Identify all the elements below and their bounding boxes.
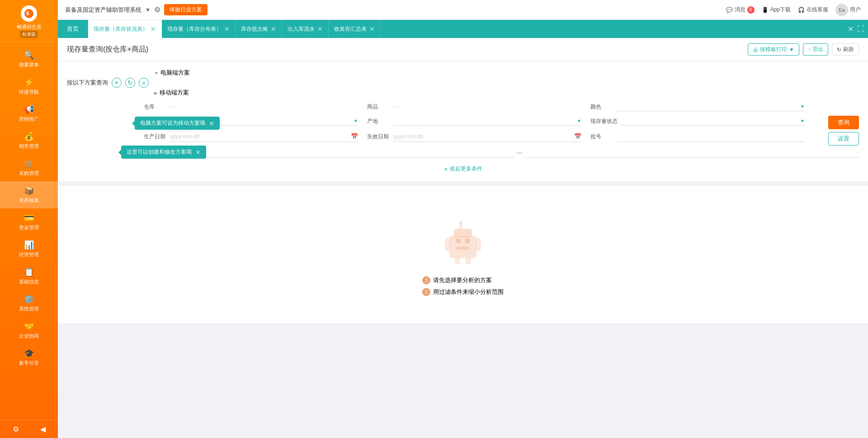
topbar-settings-icon[interactable]: ⚙: [154, 5, 160, 14]
message-btn[interactable]: 💬 消息 8: [726, 6, 755, 14]
collapse-row: ∧ 收起更多条件: [67, 161, 859, 174]
tab-close-in-out[interactable]: ✕: [317, 26, 323, 32]
search-btn[interactable]: 查询: [828, 116, 859, 129]
user-btn[interactable]: Ea 用户: [835, 4, 861, 16]
produce-date-input[interactable]: yyyy-mm-dd 📅: [170, 131, 358, 142]
logo-icon: 6: [21, 5, 37, 22]
stock-qty-max-input[interactable]: [524, 147, 859, 158]
tabs-fullscreen-btn[interactable]: ⛶: [857, 25, 864, 33]
product-dots[interactable]: ···: [393, 103, 401, 111]
mobile-scheme[interactable]: ▶ 移动端方案: [154, 89, 190, 97]
field-origin: 产地 ▼: [367, 117, 581, 126]
template-print-btn[interactable]: 🖨 按模板打印 ▼: [748, 43, 799, 56]
color-select[interactable]: ▼: [617, 102, 805, 111]
reset-btn[interactable]: 设置: [828, 132, 859, 146]
origin-select[interactable]: ▼: [393, 117, 581, 126]
stock-qty-min-input[interactable]: [180, 147, 515, 158]
export-btn[interactable]: ↑ 导出: [803, 43, 828, 56]
industry-btn[interactable]: 体验行业方案: [164, 4, 208, 15]
tab-close-inventory-dist[interactable]: ✕: [224, 26, 230, 32]
filter-row-1: 仓库 ··· 商品 ··· 颜色 ▼: [144, 102, 805, 111]
operations-icon: 📊: [24, 240, 34, 250]
batch-no-input[interactable]: [617, 132, 805, 142]
phone-icon: 📱: [762, 7, 769, 13]
tabs-close-all-btn[interactable]: ✕: [848, 25, 854, 33]
sidebar-settings-btn[interactable]: ⚙: [13, 425, 19, 433]
logo-text: 畅通好生意: [17, 24, 42, 30]
desktop-scheme-label: 电脑端方案: [160, 69, 190, 77]
filter-row-4: 现存量（主） —: [144, 147, 859, 158]
field-warehouse: 仓库 ···: [144, 102, 358, 111]
search-btn-panel: 查询 设置: [828, 116, 859, 146]
range-dash: —: [517, 149, 523, 156]
svg-point-12: [459, 221, 462, 225]
tab-inventory-batch[interactable]: 库存批次账 ✕: [236, 20, 282, 38]
sidebar-item-purchase[interactable]: 🛒 采购管理: [0, 154, 58, 181]
size-select-arrow: ▼: [354, 118, 358, 123]
filter-back-btn[interactable]: «: [139, 78, 149, 88]
filter-refresh-btn[interactable]: ↻: [125, 78, 135, 88]
topbar-right: 💬 消息 8 📱 App下载 🎧 在线客服 Ea 用户: [726, 4, 861, 16]
sidebar-collapse-btn[interactable]: ◀: [40, 425, 46, 433]
system-dropdown-icon[interactable]: ▼: [145, 7, 151, 13]
sidebar-item-sales[interactable]: 💰 销售管理: [0, 127, 58, 154]
sidebar-item-enterprise[interactable]: 🤝 企业协同: [0, 317, 58, 344]
tooltip-1-close[interactable]: ✕: [209, 120, 214, 127]
tabs-bar: 首页 现存量（库存状况表） ✕ 现存量（库存分布表） ✕ 库存批次账 ✕ 出入库…: [58, 20, 868, 38]
tab-close-inventory-status[interactable]: ✕: [151, 26, 156, 32]
logo-badge: 标准版: [20, 31, 38, 38]
tooltip-2-close[interactable]: ✕: [195, 149, 201, 156]
collapse-btn[interactable]: ∧ 收起更多条件: [444, 165, 482, 173]
sidebar-logo: 6 畅通好生意 标准版: [0, 0, 58, 42]
field-batch-no: 批号: [590, 131, 805, 142]
step-2-text: 用过滤条件来缩小分析范围: [433, 288, 504, 296]
guide-icon: 🎓: [24, 349, 34, 358]
sidebar-item-marketing[interactable]: 📢 营销推广: [0, 100, 58, 127]
step-2-num: 2: [422, 288, 430, 296]
expire-date-input[interactable]: yyyy-mm-dd 📅: [393, 131, 581, 142]
field-product: 商品 ···: [367, 102, 581, 111]
tab-inventory-status[interactable]: 现存量（库存状况表） ✕: [88, 20, 162, 38]
sidebar-item-guide[interactable]: 🎓 新手引导: [0, 344, 58, 371]
tab-close-collect[interactable]: ✕: [369, 26, 375, 32]
tab-close-inventory-batch[interactable]: ✕: [271, 26, 276, 32]
sidebar-item-quick-nav[interactable]: ⚡ 快捷导航: [0, 73, 58, 100]
sidebar-item-operations[interactable]: 📊 经营管理: [0, 235, 58, 263]
filter-fields-section: 仓库 ··· 商品 ··· 颜色 ▼: [144, 102, 859, 158]
sidebar-item-inventory[interactable]: 📦 库存核算: [0, 181, 58, 208]
empty-state: 1 请先选择要分析的方案 2 用过滤条件来缩小分析范围: [58, 186, 868, 323]
stock-status-select[interactable]: ▼: [621, 117, 805, 126]
sidebar-bottom: ⚙ ◀: [0, 420, 58, 438]
filter-header-row: 按以下方案查询 + ↻ « ▼ 电脑端方案 ▶ 移动端方案: [67, 69, 859, 97]
online-service-btn[interactable]: 🎧 在线客服: [798, 6, 828, 14]
sidebar-nav: 🔍 搜索菜单 ⚡ 快捷导航 📢 营销推广 💰 销售管理 🛒 采购管理 📦 库存核…: [0, 42, 58, 420]
tab-in-out-flow[interactable]: 出入库流水 ✕: [282, 20, 329, 38]
svg-rect-10: [466, 257, 471, 264]
system-icon: ⚙️: [24, 294, 34, 304]
sidebar-item-search-menu[interactable]: 🔍 搜索菜单: [0, 46, 58, 73]
sidebar-item-basic-info[interactable]: 📋 基础信息: [0, 263, 58, 290]
svg-rect-11: [460, 224, 462, 230]
inventory-icon: 📦: [24, 186, 34, 196]
sidebar-item-system[interactable]: ⚙️ 系统管理: [0, 290, 58, 317]
service-icon: 🎧: [798, 7, 805, 13]
tab-home[interactable]: 首页: [58, 20, 88, 38]
tab-collect-summary[interactable]: 收发存汇总表 ✕: [329, 20, 381, 38]
app-download-btn[interactable]: 📱 App下载: [762, 6, 791, 14]
filter-add-btn[interactable]: +: [112, 78, 122, 88]
warehouse-dots[interactable]: ···: [170, 103, 177, 111]
desktop-scheme[interactable]: ▼ 电脑端方案: [154, 69, 190, 77]
page-content: 现存量查询(按仓库+商品) 🖨 按模板打印 ▼ ↑ 导出 ↻ 刷新: [58, 38, 868, 438]
svg-point-4: [456, 238, 461, 244]
search-menu-icon: 🔍: [24, 50, 34, 60]
basic-info-icon: 📋: [24, 267, 34, 277]
field-produce-date: 生产日期 yyyy-mm-dd 📅: [144, 131, 358, 142]
sidebar-item-finance[interactable]: 💳 资金管理: [0, 208, 58, 235]
field-stock-status: 现存量状态 ▼: [590, 117, 805, 126]
refresh-btn[interactable]: ↻ 刷新: [832, 43, 859, 56]
tab-inventory-dist[interactable]: 现存量（库存分布表） ✕: [162, 20, 236, 38]
field-expire-date: 失效日期 yyyy-mm-dd 📅: [367, 131, 581, 142]
page-header: 现存量查询(按仓库+商品) 🖨 按模板打印 ▼ ↑ 导出 ↻ 刷新: [58, 38, 868, 61]
marketing-icon: 📢: [24, 104, 34, 114]
empty-illustration: [436, 213, 490, 267]
